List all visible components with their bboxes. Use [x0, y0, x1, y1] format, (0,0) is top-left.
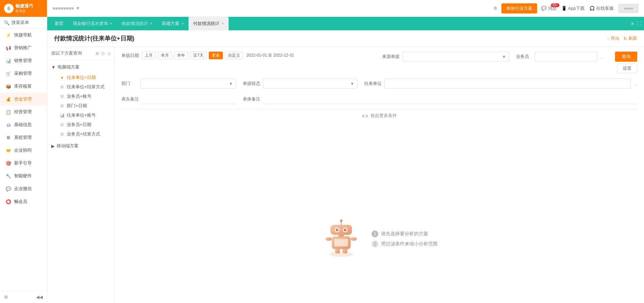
date-btn-more[interactable]: 更多 — [209, 52, 223, 59]
system-icon: ⚙ — [5, 134, 11, 141]
tab-collection[interactable]: 收款情况统计 × — [117, 17, 157, 30]
tab-new-scheme-close[interactable]: × — [181, 21, 184, 26]
query-btn[interactable]: 查询 — [615, 52, 637, 62]
topbar-gear-icon[interactable]: ⚙ — [493, 6, 497, 11]
sidebar-item-member[interactable]: ⭕ 畅会员 — [0, 195, 47, 208]
unit-label: 往来单位 — [364, 81, 382, 87]
scheme-unit-settle[interactable]: ⊞ 往来单位+结算方式 — [57, 82, 110, 92]
tab-payment-close[interactable]: × — [222, 21, 224, 26]
tab-expand-icon[interactable]: ⛶ — [637, 21, 641, 26]
desktop-group-title[interactable]: ▼ 电脑端方案 — [51, 63, 110, 71]
user-avatar[interactable]: ■■■■ — [618, 4, 639, 13]
tab-cashflow-close[interactable]: × — [110, 21, 112, 26]
sidebar-item-quick-nav[interactable]: ⚡ 快捷导航 — [0, 29, 47, 41]
scheme-panel-header: 按以下方案查询 ⊕ ⊙ ◁ — [47, 47, 114, 60]
date-btn-last-month[interactable]: 上月 — [142, 52, 156, 59]
mobile-group-title[interactable]: ▶ 移动端方案 — [51, 142, 110, 150]
svg-rect-8 — [330, 225, 352, 235]
message-btn[interactable]: 💬 消息 99+ — [541, 5, 557, 11]
svg-point-14 — [345, 229, 346, 230]
date-btn-this-year[interactable]: 本年 — [174, 52, 188, 59]
tabs-actions: ✕ ⛶ — [631, 21, 641, 26]
hint-num-1: 1 — [372, 231, 378, 237]
scheme-table-icon-5: ⊞ — [59, 131, 65, 137]
filter-staff-item: 业务员 ... — [516, 52, 604, 62]
scheme-settings-icon[interactable]: ⊙ — [101, 51, 105, 56]
scheme-unit-account[interactable]: 📊 往来单位+账号 — [57, 111, 110, 120]
export-btn[interactable]: ↑ 导出 — [607, 35, 620, 41]
note-head-input[interactable] — [142, 94, 236, 104]
basic-icon: 🗂 — [5, 122, 11, 128]
scheme-staff-date[interactable]: ⊞ 业务员+日期 — [57, 120, 110, 129]
note-body-input[interactable] — [263, 94, 637, 104]
breadcrumb-dropdown-icon[interactable]: ▼ — [76, 6, 80, 11]
staff-dots-btn[interactable]: ... — [600, 54, 604, 59]
sidebar-item-system[interactable]: ⚙ 系统管理 — [0, 131, 47, 144]
breadcrumb-text: ■■■■■■■■ — [53, 6, 74, 11]
scheme-table-icon-2: ⊞ — [59, 94, 65, 99]
topbar: ■■■■■■■■ ▼ ⚙ 体验行业方案 💬 消息 99+ 📱 App下载 🎧 在… — [47, 0, 644, 17]
scheme-collapse-icon[interactable]: ◁ — [107, 51, 110, 56]
tab-cashflow[interactable]: 现金银行流水查询 × — [68, 17, 117, 30]
unit-dots-btn[interactable]: ... — [634, 81, 637, 86]
sidebar-item-finance[interactable]: 💰 资金管理 — [0, 93, 47, 105]
sales-icon: 📊 — [5, 58, 11, 64]
page-header-actions: ↑ 导出 ↻ 刷新 — [607, 35, 638, 41]
tab-new-scheme[interactable]: 新建方案 × — [157, 17, 188, 30]
scheme-chart-icon: 📊 — [59, 113, 65, 118]
scheme-add-icon[interactable]: ⊕ — [95, 51, 99, 56]
sidebar-item-operations[interactable]: 📋 经营管理 — [0, 105, 47, 118]
topbar-right: 💬 消息 99+ 📱 App下载 🎧 在线客服 ■■■■ — [541, 4, 639, 13]
cooperation-icon: 🤝 — [5, 147, 11, 153]
sidebar-item-inventory[interactable]: 📦 库存核算 — [0, 80, 47, 93]
headset-icon: 🎧 — [589, 6, 595, 11]
svg-point-0 — [329, 251, 353, 257]
sidebar-item-basic[interactable]: 🗂 基础信息 — [0, 118, 47, 131]
scheme-table-icon-3: ⊞ — [59, 103, 65, 109]
note-head-label: 表头备注 — [121, 96, 139, 102]
date-btn-7days[interactable]: 近7天 — [190, 52, 207, 59]
status-select[interactable]: ▼ — [263, 79, 357, 89]
date-btn-this-month[interactable]: 本月 — [158, 52, 172, 59]
sidebar-item-guide[interactable]: 🎯 新手引导 — [0, 157, 47, 170]
date-label: 单据日期 — [121, 53, 139, 59]
footer-gear-icon[interactable]: ⚙ — [4, 295, 8, 300]
filter-row-1: 单据日期 上月 本月 本年 近7天 更多 自定义 2022-01-01 至 20… — [121, 52, 637, 73]
hardware-icon: 🔧 — [5, 173, 11, 179]
source-select[interactable]: ▼ — [402, 52, 509, 62]
tabs-bar: 首页 现金银行流水查询 × 收款情况统计 × 新建方案 × 付款情况统计 × ✕… — [47, 17, 644, 30]
date-btn-custom[interactable]: 自定义 — [225, 52, 243, 59]
scheme-staff-account[interactable]: ⊞ 业务员+账号 — [57, 92, 110, 101]
sidebar-item-marketing[interactable]: 📢 营销推广 — [0, 41, 47, 54]
online-service-btn[interactable]: 🎧 在线客服 — [589, 5, 614, 11]
finance-icon: 💰 — [5, 96, 11, 102]
filter-row-3: 表头备注 表体备注 — [121, 94, 637, 104]
dept-chevron-icon: ▼ — [229, 81, 233, 86]
scheme-staff-settle[interactable]: ⊞ 业务员+结算方式 — [57, 129, 110, 139]
trial-btn[interactable]: 体验行业方案 — [501, 3, 537, 13]
app-download-btn[interactable]: 📱 App下载 — [561, 5, 585, 11]
filter-dept-item: 部门 ▼ — [121, 79, 236, 89]
sidebar-item-cooperation[interactable]: 🤝 企业协同 — [0, 144, 47, 157]
tab-collection-close[interactable]: × — [150, 21, 152, 26]
search-menu[interactable]: 🔍 搜索菜单 — [0, 17, 47, 29]
dept-select[interactable]: ▼ — [140, 79, 236, 89]
sidebar-item-hardware[interactable]: 🔧 智能硬件 — [0, 170, 47, 182]
sidebar-item-purchase[interactable]: 🛒 采购管理 — [0, 67, 47, 80]
note-body-label: 表体备注 — [243, 96, 260, 102]
scheme-dept-date[interactable]: ⊞ 部门+日期 — [57, 101, 110, 111]
empty-state: 1 请先选择要分析的方案 2 用过滤条件来缩小分析范围 — [115, 175, 644, 303]
sidebar-item-sales[interactable]: 📊 销售管理 — [0, 54, 47, 67]
refresh-btn[interactable]: ↻ 刷新 — [623, 35, 637, 41]
settings-btn[interactable]: 设置 — [617, 64, 637, 73]
footer-collapse-icon[interactable]: ◀◀ — [36, 295, 43, 300]
scheme-unit-date[interactable]: ● 往来单位+日期 — [57, 73, 110, 82]
sidebar-nav: ⚡ 快捷导航 📢 营销推广 📊 销售管理 🛒 采购管理 📦 库存核算 💰 资金管… — [0, 29, 47, 291]
sidebar-item-wechat[interactable]: 💬 企业微信 — [0, 182, 47, 195]
collapse-btn[interactable]: ∧∧ 收起更多条件 — [121, 110, 637, 121]
tab-home[interactable]: 首页 — [50, 17, 68, 30]
svg-rect-4 — [334, 239, 348, 246]
tab-payment[interactable]: 付款情况统计 × — [188, 17, 229, 30]
tab-close-all-icon[interactable]: ✕ — [631, 21, 634, 26]
filter-status-item: 单据状态 ▼ — [243, 79, 357, 89]
